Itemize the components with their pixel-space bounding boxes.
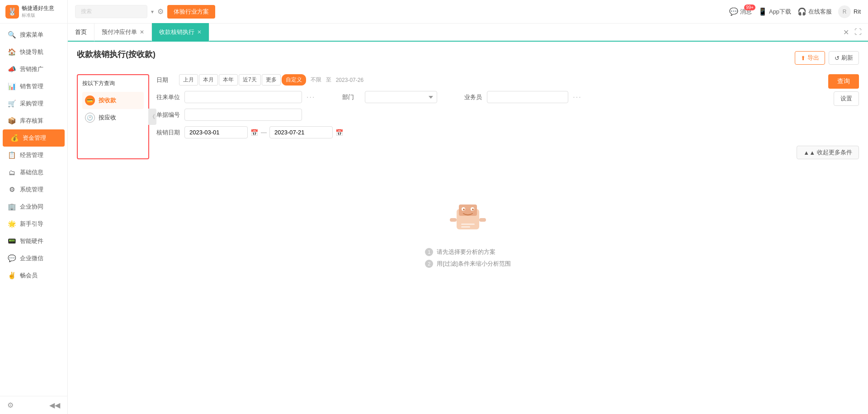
expand-tab-button[interactable]: ⛶ (852, 26, 864, 38)
sidebar-item-member[interactable]: ✌ 畅会员 (0, 267, 67, 284)
export-icon: ⬆ (801, 55, 806, 62)
writeoff-date-from-input[interactable] (184, 126, 248, 138)
filter-panel-title: 按以下方查询 (82, 80, 144, 87)
date-buttons: 上月 本月 本年 近7天 更多 自定义 (179, 74, 306, 86)
date-label: 日期 (156, 76, 175, 84)
date-curr-year-button[interactable]: 本年 (219, 74, 238, 86)
topbar-gear-icon[interactable]: ⚙ (157, 7, 164, 16)
writeoff-date-to-input[interactable] (269, 126, 333, 138)
search-icon: 🔍 (7, 31, 16, 39)
service-icon: 🎧 (797, 7, 807, 16)
member-icon: ✌ (7, 271, 16, 280)
close-tab-button[interactable]: ✕ (840, 26, 852, 38)
step-1-number: 1 (425, 248, 433, 256)
tab-prepay[interactable]: 预付冲应付单 ✕ (94, 23, 152, 41)
enterprise-icon: 🏢 (7, 203, 16, 211)
dept-label: 部门 (342, 93, 360, 101)
writeoff-date-label: 核销日期 (156, 128, 180, 137)
svg-rect-9 (461, 226, 470, 228)
date-curr-month-button[interactable]: 本月 (199, 74, 218, 86)
date-separator: 至 (326, 76, 331, 84)
tab-close-receipt-writeoff[interactable]: ✕ (197, 29, 202, 35)
page: 收款核销执行(按收款) ⬆ 导出 ↺ 刷新 按以下方查询 (68, 42, 868, 414)
sidebar-nav: 🔍 搜索菜单 🏠 快捷导航 📣 营销推广 📊 销售管理 🛒 采购管理 📦 库存核… (0, 24, 67, 396)
tabbar-actions: ✕ ⛶ (840, 26, 868, 38)
purchase-icon: 🛒 (7, 100, 16, 108)
message-button[interactable]: 💬 99+ 消息 (729, 7, 752, 16)
wechat-icon: 💬 (7, 254, 16, 262)
filter-area: 按以下方查询 💳 按收款 🕐 按应收 《 (77, 74, 859, 159)
hardware-icon: 📟 (7, 237, 16, 245)
sidebar: 🐰 畅捷通好生意 标准版 🔍 搜索菜单 🏠 快捷导航 📣 营销推广 📊 销售管理… (0, 0, 68, 414)
sidebar-item-guide[interactable]: 🌟 新手引导 (0, 215, 67, 233)
online-service-button[interactable]: 🎧 在线客服 (797, 7, 832, 16)
date-more-button[interactable]: 更多 (262, 74, 281, 86)
writeoff-date-to-calendar-icon[interactable]: 📅 (335, 129, 343, 136)
topbar: 搜索 ▾ ⚙ 体验行业方案 💬 99+ 消息 📱 App下载 🎧 在线客服 R … (68, 0, 868, 24)
home-icon: 🏠 (7, 48, 16, 56)
sidebar-item-finance[interactable]: 💰 资金管理 (3, 129, 65, 147)
sidebar-item-basic-info[interactable]: 🗂 基础信息 (0, 164, 67, 181)
filter-by-receivable[interactable]: 🕐 按应收 (82, 109, 144, 126)
sidebar-item-search[interactable]: 🔍 搜索菜单 (0, 26, 67, 43)
business-icon: 📋 (7, 151, 16, 159)
partner-input[interactable] (184, 91, 302, 103)
date-to-value: 2023-07-26 (336, 77, 363, 83)
industry-solution-button[interactable]: 体验行业方案 (167, 5, 215, 19)
collapse-sidebar-icon[interactable]: ◀◀ (49, 401, 60, 409)
topbar-right: 💬 99+ 消息 📱 App下载 🎧 在线客服 R Rit (729, 5, 861, 18)
settings-button[interactable]: 设置 (834, 91, 859, 106)
sidebar-item-inventory[interactable]: 📦 库存核算 (0, 112, 67, 129)
refresh-button[interactable]: ↺ 刷新 (829, 51, 859, 65)
collapse-more-button[interactable]: ▲▲ 收起更多条件 (797, 146, 859, 159)
dept-select[interactable] (365, 91, 437, 103)
salesman-dots[interactable]: ··· (573, 93, 581, 101)
topbar-left: 搜索 ▾ ⚙ 体验行业方案 (75, 5, 215, 19)
writeoff-date-from-calendar-icon[interactable]: 📅 (250, 129, 258, 136)
user-menu[interactable]: R Rit (838, 5, 861, 18)
logo-text: 畅捷通好生意 标准版 (22, 5, 54, 18)
collapse-filter-panel-button[interactable]: 《 (148, 109, 156, 125)
sidebar-item-hardware[interactable]: 📟 智能硬件 (0, 233, 67, 250)
message-badge: 99+ (744, 5, 755, 10)
empty-steps: 1 请先选择要分析的方案 2 用[过滤]条件来缩小分析范围 (425, 248, 510, 268)
svg-point-5 (472, 209, 474, 210)
sidebar-item-sales[interactable]: 📊 销售管理 (0, 78, 67, 95)
sidebar-item-wechat[interactable]: 💬 企业微信 (0, 250, 67, 267)
sidebar-item-enterprise[interactable]: 🏢 企业协同 (0, 198, 67, 215)
svg-rect-8 (461, 224, 475, 225)
page-content: 收款核销执行(按收款) ⬆ 导出 ↺ 刷新 按以下方查询 (68, 42, 868, 414)
partner-dots[interactable]: ··· (307, 93, 315, 101)
sidebar-item-business[interactable]: 📋 经营管理 (0, 147, 67, 164)
sidebar-item-quick-nav[interactable]: 🏠 快捷导航 (0, 43, 67, 61)
basic-info-icon: 🗂 (7, 169, 16, 176)
date-last7days-button[interactable]: 近7天 (239, 74, 261, 86)
app-logo: 🐰 畅捷通好生意 标准版 (0, 0, 67, 24)
system-icon: ⚙ (7, 186, 16, 194)
collapse-more-area: ▲▲ 收起更多条件 (156, 146, 859, 159)
salesman-input[interactable] (487, 91, 568, 103)
tab-home[interactable]: 首页 (68, 23, 94, 41)
filter-by-receipt[interactable]: 💳 按收款 (82, 92, 144, 109)
query-button[interactable]: 查询 (828, 74, 859, 89)
sales-icon: 📊 (7, 82, 16, 90)
sidebar-item-system[interactable]: ⚙ 系统管理 (0, 181, 67, 198)
topbar-dropdown-icon[interactable]: ▾ (151, 9, 154, 15)
tab-close-prepay[interactable]: ✕ (140, 29, 144, 35)
sidebar-item-marketing[interactable]: 📣 营销推广 (0, 61, 67, 78)
empty-step-1: 1 请先选择要分析的方案 (425, 248, 510, 256)
date-no-limit-text: 不限 (311, 76, 321, 84)
sidebar-item-purchase[interactable]: 🛒 采购管理 (0, 95, 67, 112)
guide-icon: 🌟 (7, 220, 16, 228)
date-custom-button[interactable]: 自定义 (282, 74, 306, 86)
export-button[interactable]: ⬆ 导出 (795, 51, 825, 65)
app-download-button[interactable]: 📱 App下载 (758, 7, 791, 16)
settings-icon[interactable]: ⚙ (7, 401, 14, 409)
tab-receipt-writeoff[interactable]: 收款核销执行 ✕ (152, 23, 209, 41)
docno-filter-row: 单据编号 (156, 109, 821, 121)
query-actions: 查询 设置 (828, 74, 859, 106)
marketing-icon: 📣 (7, 65, 16, 73)
writeoff-date-row: 核销日期 📅 — 📅 (156, 126, 821, 138)
date-prev-month-button[interactable]: 上月 (179, 74, 198, 86)
docno-input[interactable] (184, 109, 302, 121)
